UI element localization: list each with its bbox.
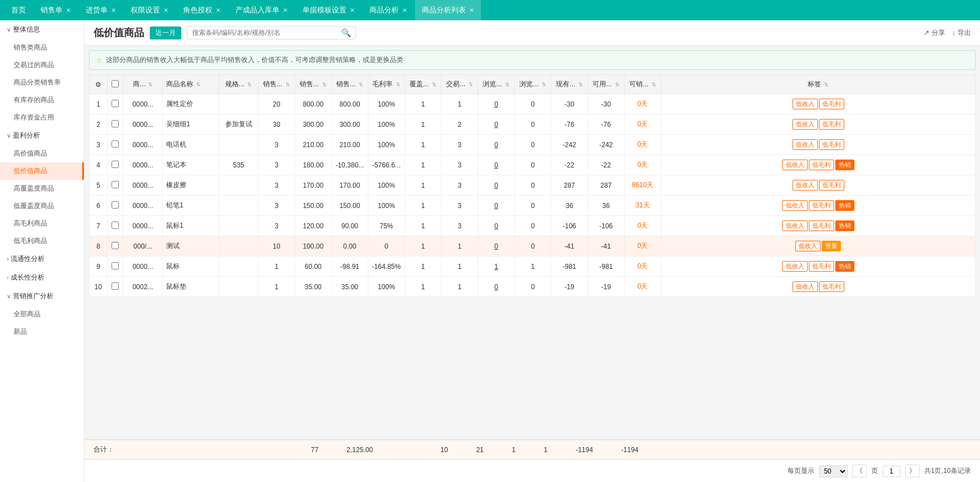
th-settings[interactable]: ⚙ bbox=[90, 75, 108, 94]
cell-check[interactable] bbox=[108, 155, 123, 175]
sidebar-item-inventory-capital[interactable]: 库存资金占用 bbox=[0, 109, 84, 126]
sidebar-group-marketing[interactable]: ∨ 营销推广分析 bbox=[0, 287, 84, 306]
select-all-checkbox[interactable] bbox=[112, 80, 119, 87]
sidebar-item-low-value[interactable]: 低价值商品 bbox=[0, 162, 84, 180]
th-code[interactable]: 商... ⇅ bbox=[123, 75, 163, 94]
close-products-in[interactable]: ✕ bbox=[283, 7, 288, 14]
view-link[interactable]: 0 bbox=[495, 202, 498, 210]
row-checkbox[interactable] bbox=[112, 120, 119, 127]
sidebar-item-stocked-products[interactable]: 有库存的商品 bbox=[0, 91, 84, 109]
cell-check[interactable] bbox=[108, 196, 123, 216]
cell-view1[interactable]: 0 bbox=[478, 196, 515, 216]
cell-check[interactable] bbox=[108, 236, 123, 257]
sidebar-group-overall[interactable]: ∨ 整体信息 bbox=[0, 20, 84, 39]
row-checkbox[interactable] bbox=[112, 140, 119, 148]
th-profit-rate[interactable]: 毛利率 ⇅ bbox=[368, 75, 405, 94]
nav-product-analysis-list[interactable]: 商品分析列表 ✕ bbox=[415, 0, 481, 20]
sidebar-item-low-coverage[interactable]: 低覆盖度商品 bbox=[0, 197, 84, 215]
row-checkbox[interactable] bbox=[112, 262, 119, 269]
sidebar-item-all-products[interactable]: 全部商品 bbox=[0, 306, 84, 323]
th-available[interactable]: 可用... ⇅ bbox=[588, 75, 625, 94]
th-transaction[interactable]: 交易... ⇅ bbox=[442, 75, 478, 94]
th-sales-qty[interactable]: 销售... ⇅ bbox=[259, 75, 295, 94]
cell-check[interactable] bbox=[108, 175, 123, 196]
table-container[interactable]: ⚙ 商... ⇅ 商品名称 ⇅ 规格... ⇅ 销售... ⇅ 销售... ⇅ … bbox=[89, 74, 975, 439]
view-link[interactable]: 0 bbox=[495, 100, 498, 108]
row-checkbox[interactable] bbox=[112, 181, 119, 188]
th-view2[interactable]: 浏览... ⇅ bbox=[515, 75, 551, 94]
nav-templates[interactable]: 单据模板设置 ✕ bbox=[296, 0, 362, 20]
sidebar-group-profit[interactable]: ∨ 盈利分析 bbox=[0, 126, 84, 145]
nav-home[interactable]: 首页 bbox=[5, 0, 33, 20]
sidebar-item-sales-products[interactable]: 销售类商品 bbox=[0, 39, 84, 56]
cell-check[interactable] bbox=[108, 257, 123, 277]
export-button[interactable]: ↓ 导出 bbox=[952, 28, 971, 38]
view-link[interactable]: 1 bbox=[495, 263, 498, 271]
first-page-button[interactable]: 《 bbox=[852, 465, 867, 477]
cell-view1[interactable]: 0 bbox=[478, 135, 515, 155]
sidebar-item-traded-products[interactable]: 交易过的商品 bbox=[0, 56, 84, 74]
cell-view1[interactable]: 0 bbox=[478, 236, 515, 257]
row-checkbox[interactable] bbox=[112, 222, 119, 229]
cell-check[interactable] bbox=[108, 94, 123, 114]
nav-purchase[interactable]: 进货单 ✕ bbox=[79, 0, 123, 20]
view-link[interactable]: 0 bbox=[495, 161, 498, 169]
view-link[interactable]: 0 bbox=[495, 141, 498, 149]
row-checkbox[interactable] bbox=[112, 100, 119, 107]
th-tags[interactable]: 标签 ⇅ bbox=[661, 75, 975, 94]
row-checkbox[interactable] bbox=[112, 161, 119, 168]
sidebar-item-high-value[interactable]: 高价值商品 bbox=[0, 145, 84, 162]
close-product-analysis-list[interactable]: ✕ bbox=[469, 7, 474, 14]
th-check[interactable] bbox=[108, 75, 123, 94]
share-button[interactable]: ↗ 分享 bbox=[924, 28, 945, 38]
view-link[interactable]: 0 bbox=[495, 121, 498, 129]
th-name[interactable]: 商品名称 ⇅ bbox=[163, 75, 219, 94]
sidebar-item-low-margin[interactable]: 低毛利商品 bbox=[0, 232, 84, 250]
nav-permissions[interactable]: 权限设置 ✕ bbox=[124, 0, 175, 20]
nav-product-analysis[interactable]: 商品分析 ✕ bbox=[363, 0, 414, 20]
view-link[interactable]: 0 bbox=[495, 283, 498, 291]
view-link[interactable]: 0 bbox=[495, 182, 498, 189]
per-page-select[interactable]: 50 100 200 bbox=[819, 465, 848, 477]
row-checkbox[interactable] bbox=[112, 282, 119, 290]
page-number-input[interactable] bbox=[883, 466, 901, 477]
close-templates[interactable]: ✕ bbox=[350, 7, 355, 14]
th-sellable[interactable]: 可销... ⇅ bbox=[625, 75, 661, 94]
view-link[interactable]: 0 bbox=[495, 242, 498, 250]
search-input[interactable] bbox=[192, 29, 341, 37]
cell-view1[interactable]: 0 bbox=[478, 114, 515, 135]
sidebar-item-high-margin[interactable]: 高毛利商品 bbox=[0, 215, 84, 232]
close-permissions[interactable]: ✕ bbox=[163, 7, 168, 14]
cell-view1[interactable]: 0 bbox=[478, 155, 515, 175]
close-product-analysis[interactable]: ✕ bbox=[402, 7, 407, 14]
cell-check[interactable] bbox=[108, 135, 123, 155]
date-filter-button[interactable]: 近一月 bbox=[150, 26, 181, 39]
search-icon[interactable]: 🔍 bbox=[341, 28, 351, 37]
sidebar-group-circulation[interactable]: › 流通性分析 bbox=[0, 250, 84, 268]
th-sales-price[interactable]: 销售... ⇅ bbox=[295, 75, 332, 94]
next-page-button[interactable]: 》 bbox=[905, 465, 920, 477]
cell-view1[interactable]: 0 bbox=[478, 175, 515, 196]
row-checkbox[interactable] bbox=[112, 201, 119, 209]
close-sales[interactable]: ✕ bbox=[66, 7, 71, 14]
cell-view1[interactable]: 0 bbox=[478, 94, 515, 114]
th-current[interactable]: 现有... ⇅ bbox=[551, 75, 588, 94]
nav-products-in[interactable]: 产成品入库单 ✕ bbox=[229, 0, 295, 20]
view-link[interactable]: 0 bbox=[495, 222, 498, 230]
close-roles[interactable]: ✕ bbox=[216, 7, 221, 14]
cell-view1[interactable]: 0 bbox=[478, 216, 515, 236]
sidebar-item-high-coverage[interactable]: 高覆盖度商品 bbox=[0, 180, 84, 197]
cell-view1[interactable]: 1 bbox=[478, 257, 515, 277]
th-coverage[interactable]: 覆盖... ⇅ bbox=[405, 75, 442, 94]
sidebar-item-new-products[interactable]: 新品 bbox=[0, 323, 84, 341]
th-sales-amount[interactable]: 销售... ⇅ bbox=[332, 75, 368, 94]
cell-check[interactable] bbox=[108, 277, 123, 297]
cell-view1[interactable]: 0 bbox=[478, 277, 515, 297]
sidebar-item-category-sales[interactable]: 商品分类销售率 bbox=[0, 74, 84, 91]
sidebar-group-growth[interactable]: › 成长性分析 bbox=[0, 268, 84, 287]
nav-roles[interactable]: 角色授权 ✕ bbox=[176, 0, 228, 20]
cell-check[interactable] bbox=[108, 216, 123, 236]
nav-sales[interactable]: 销售单 ✕ bbox=[34, 0, 78, 20]
th-spec[interactable]: 规格... ⇅ bbox=[219, 75, 259, 94]
cell-check[interactable] bbox=[108, 114, 123, 135]
